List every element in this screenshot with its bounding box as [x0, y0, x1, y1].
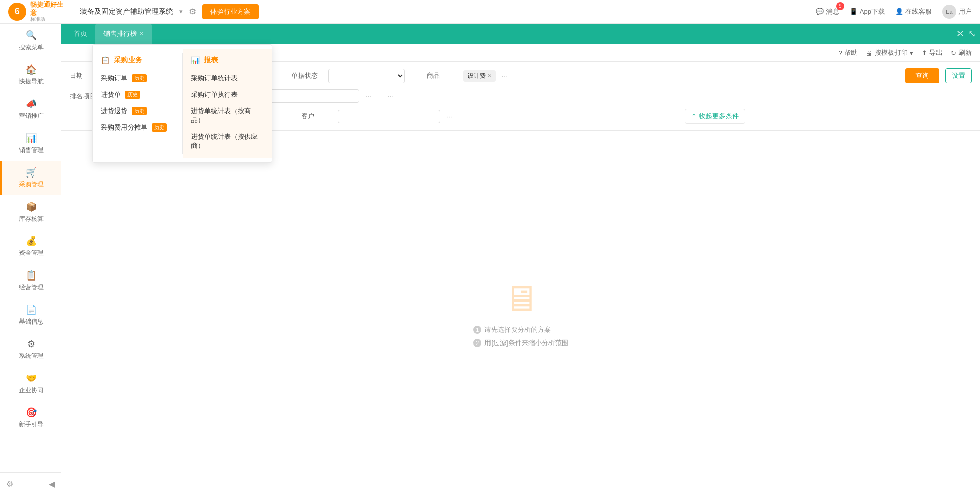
- tab-sales-rank[interactable]: 销售排行榜 ×: [95, 24, 152, 44]
- guide-icon: 🎯: [26, 407, 37, 418]
- tab-home[interactable]: 首页: [66, 24, 95, 44]
- sidebar-item-enterprise[interactable]: 🤝 企业协同: [0, 367, 61, 401]
- message-icon: 💬: [816, 8, 824, 15]
- tip-num-2: 2: [473, 339, 481, 347]
- print-dropdown-icon: ▾: [910, 49, 913, 57]
- dropdown-item-label: 进货单统计表（按供应商）: [191, 132, 264, 150]
- enterprise-icon: 🤝: [26, 373, 37, 384]
- print-label: 按模板打印: [875, 48, 908, 57]
- sidebar-item-search[interactable]: 🔍 搜索菜单: [0, 24, 61, 58]
- refresh-label: 刷新: [958, 48, 972, 57]
- empty-tip-2: 2 用[过滤]条件来缩小分析范围: [473, 338, 568, 348]
- export-label: 导出: [929, 48, 943, 57]
- dropdown-item-supplier-stat[interactable]: 进货单统计表（按供应商）: [183, 128, 272, 154]
- empty-state: 🖥 1 请先选择要分析的方案 2 用[过滤]条件来缩小分析范围: [61, 131, 980, 495]
- history-badge-4: 历史: [152, 123, 167, 132]
- dropdown-item-order-stat[interactable]: 采购订单统计表: [183, 70, 272, 87]
- user-item[interactable]: Ea 用户: [942, 5, 972, 19]
- salesperson-dots[interactable]: ···: [366, 92, 371, 100]
- dropdown-item-order-exec[interactable]: 采购订单执行表: [183, 87, 272, 103]
- empty-tip-1: 1 请先选择要分析的方案: [473, 325, 568, 334]
- dropdown-item-goods-stat[interactable]: 进货单统计表（按商品）: [183, 103, 272, 128]
- goods-tag-close[interactable]: ×: [488, 72, 492, 79]
- sidebar-collapse-btn[interactable]: ◀: [49, 479, 55, 489]
- warehouse-dots[interactable]: ···: [388, 92, 393, 100]
- system-dropdown-icon[interactable]: ▾: [179, 8, 183, 15]
- refresh-icon: ↻: [951, 49, 956, 57]
- sidebar-label-purchase: 采购管理: [19, 180, 44, 189]
- logo-icon: 6: [8, 3, 26, 21]
- status-label: 单据状态: [291, 71, 322, 80]
- customer-input[interactable]: [338, 110, 440, 123]
- avatar-label: Ea: [946, 9, 952, 15]
- basic-icon: 📄: [26, 304, 37, 315]
- goods-label: 商品: [427, 71, 457, 80]
- dropdown-item-purchase-order[interactable]: 采购订单 历史: [93, 70, 182, 87]
- sidebar-label-enterprise: 企业协同: [19, 386, 44, 395]
- history-badge-3: 历史: [132, 107, 147, 115]
- app-download-label: App下载: [860, 7, 885, 16]
- sidebar-item-basic[interactable]: 📄 基础信息: [0, 298, 61, 332]
- refresh-btn[interactable]: ↻ 刷新: [951, 48, 972, 57]
- dropdown-item-purchase-goods[interactable]: 进货单 历史: [93, 87, 182, 103]
- sidebar-label-quick: 快捷导航: [19, 77, 44, 86]
- sidebar-item-sales[interactable]: 📊 销售管理: [0, 126, 61, 161]
- history-badge-1: 历史: [132, 74, 147, 82]
- goods-dots[interactable]: ···: [502, 72, 507, 80]
- tip-text-2: 用[过滤]条件来缩小分析范围: [484, 338, 568, 348]
- online-service-label: 在线客服: [905, 7, 932, 16]
- goods-tag-text: 设计费: [467, 72, 486, 80]
- dropdown-item-label: 进货单: [101, 90, 121, 99]
- online-service-item[interactable]: 👤 在线客服: [895, 7, 932, 16]
- dropdown-item-purchase-expense[interactable]: 采购费用分摊单 历史: [93, 119, 182, 136]
- status-select[interactable]: [328, 69, 405, 83]
- message-item[interactable]: 💬 消息 9: [816, 7, 839, 16]
- sidebar-item-inventory[interactable]: 📦 库存核算: [0, 195, 61, 229]
- dropdown-item-label: 采购费用分摊单: [101, 123, 147, 132]
- tab-sales-rank-label: 销售排行榜: [103, 29, 137, 38]
- tab-expand-icon[interactable]: ⤡: [968, 28, 976, 39]
- avatar: Ea: [942, 5, 956, 19]
- export-btn[interactable]: ⬆ 导出: [922, 48, 943, 57]
- export-icon: ⬆: [922, 49, 927, 57]
- logo-title: 畅捷通好生意: [30, 1, 70, 16]
- sidebar-label-sales: 销售管理: [19, 146, 44, 155]
- app-download-item[interactable]: 📱 App下载: [849, 7, 885, 16]
- collapse-btn[interactable]: ⌃ 收起更多条件: [685, 109, 745, 124]
- sidebar-item-quick[interactable]: 🏠 快捷导航: [0, 58, 61, 92]
- purchase-dropdown-menu: 📋 采购业务 采购订单 历史 进货单 历史 进货退货 历史 采购费用分摊单: [92, 44, 272, 163]
- collapse-label: 收起更多条件: [699, 112, 739, 121]
- sidebar-item-finance[interactable]: 💰 资金管理: [0, 229, 61, 264]
- salesperson-input[interactable]: [257, 89, 359, 103]
- sidebar-item-system[interactable]: ⚙ 系统管理: [0, 332, 61, 367]
- help-btn[interactable]: ? 帮助: [839, 48, 858, 57]
- tip-num-1: 1: [473, 326, 481, 334]
- sidebar-item-purchase[interactable]: 🛒 采购管理: [0, 161, 61, 195]
- sidebar-item-guide[interactable]: 🎯 新手引导: [0, 401, 61, 435]
- customer-dots[interactable]: ···: [446, 113, 452, 120]
- tip-text-1: 请先选择要分析的方案: [484, 325, 551, 334]
- content-area: 首页 销售排行榜 × ✕ ⤡ ? 帮助 🖨 按模板打印 ▾: [61, 24, 980, 495]
- purchase-col-label: 采购业务: [114, 56, 142, 65]
- print-btn[interactable]: 🖨 按模板打印 ▾: [866, 48, 913, 57]
- dropdown-item-purchase-return[interactable]: 进货退货 历史: [93, 103, 182, 119]
- purchase-icon: 🛒: [26, 167, 37, 178]
- settings-btn[interactable]: 设置: [945, 68, 972, 83]
- sales-icon: 📊: [26, 133, 37, 144]
- tab-close-icon[interactable]: ×: [140, 30, 143, 37]
- purchase-col-icon: 📋: [101, 56, 110, 64]
- tab-close-window-icon[interactable]: ✕: [956, 28, 964, 39]
- customer-label: 客户: [301, 112, 332, 121]
- sidebar-footer: ⚙ ◀: [0, 472, 61, 495]
- search-btn[interactable]: 查询: [905, 68, 939, 83]
- industry-btn[interactable]: 体验行业方案: [202, 4, 259, 19]
- sidebar-label-marketing: 营销推广: [19, 112, 44, 120]
- service-icon: 👤: [895, 8, 903, 15]
- sidebar-item-operations[interactable]: 📋 经营管理: [0, 264, 61, 298]
- sidebar-settings-btn[interactable]: ⚙: [6, 479, 13, 489]
- sidebar-item-marketing[interactable]: 📣 营销推广: [0, 92, 61, 126]
- operations-icon: 📋: [26, 270, 37, 281]
- system-settings-icon[interactable]: ⚙: [189, 7, 196, 16]
- sidebar-label-finance: 资金管理: [19, 249, 44, 257]
- empty-tips: 1 请先选择要分析的方案 2 用[过滤]条件来缩小分析范围: [473, 325, 568, 348]
